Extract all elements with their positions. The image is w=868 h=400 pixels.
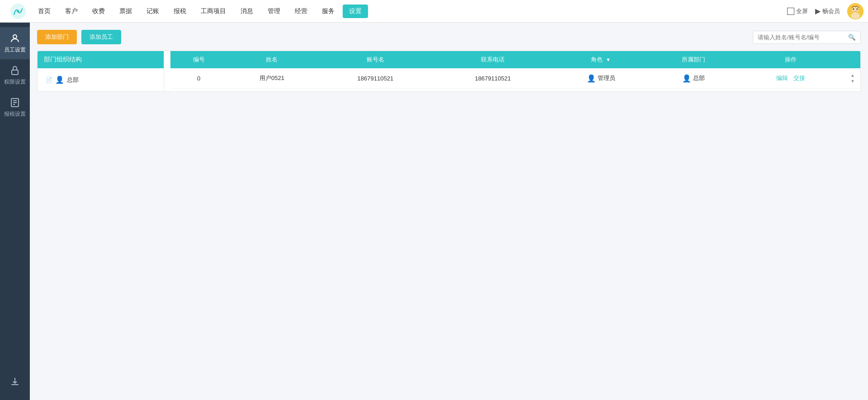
- search-icon: 🔍: [848, 34, 856, 41]
- svg-point-5: [853, 8, 854, 9]
- person-icon: [9, 33, 21, 44]
- nav-item-管理[interactable]: 管理: [261, 5, 287, 18]
- dept-panel: 部门组织结构 📄 👤 总部: [38, 51, 164, 91]
- cell-name: 用户0521: [227, 68, 316, 89]
- svg-point-7: [13, 35, 17, 38]
- nav-item-服务[interactable]: 服务: [316, 5, 341, 18]
- role-filter-icon[interactable]: ▼: [606, 57, 611, 62]
- sidebar-item-tax[interactable]: 报税设置: [0, 91, 30, 123]
- sidebar-label-tax: 报税设置: [4, 110, 26, 118]
- svg-point-4: [851, 13, 860, 19]
- file-icon: 📄: [46, 77, 52, 83]
- download-icon: [9, 376, 21, 387]
- col-header-id: 编号: [170, 51, 227, 68]
- sidebar-item-permission[interactable]: 权限设置: [0, 59, 30, 91]
- dept-panel-header: 部门组织结构: [38, 51, 164, 68]
- svg-rect-8: [12, 70, 18, 75]
- sidebar-item-employee[interactable]: 员工设置: [0, 27, 30, 59]
- nav-item-首页[interactable]: 首页: [32, 5, 57, 18]
- top-nav: 首页客户收费票据记账报税工商项目消息管理经营服务设置 全屏 ▶ 畅会员: [0, 0, 868, 23]
- search-input[interactable]: [753, 31, 844, 43]
- cell-actions: 编辑 交接: [736, 68, 845, 89]
- content-area: 部门组织结构 📄 👤 总部 编号 姓名 账号名: [37, 51, 861, 92]
- avatar[interactable]: [847, 3, 863, 19]
- nav-items: 首页客户收费票据记账报税工商项目消息管理经营服务设置: [32, 5, 787, 18]
- action-交接[interactable]: 交接: [793, 75, 805, 81]
- fullscreen-icon: [787, 8, 794, 15]
- vip-label: 畅会员: [822, 7, 840, 15]
- report-icon: [9, 97, 21, 108]
- emp-panel: 编号 姓名 账号名 联系电话 角色 ▼ 所属部门 操作: [170, 51, 860, 91]
- nav-item-客户[interactable]: 客户: [59, 5, 84, 18]
- sidebar-label-permission: 权限设置: [4, 78, 26, 86]
- dept-user-icon: 👤: [55, 75, 64, 84]
- logo[interactable]: [5, 3, 32, 19]
- cell-phone: 18679110521: [434, 68, 552, 89]
- col-header-action: 操作: [736, 51, 845, 68]
- sidebar-label-employee: 员工设置: [4, 46, 26, 54]
- col-header-role: 角色 ▼: [552, 51, 650, 68]
- nav-item-经营[interactable]: 经营: [288, 5, 314, 18]
- table-header-row: 编号 姓名 账号名 联系电话 角色 ▼ 所属部门 操作: [170, 51, 860, 68]
- dept-value: 总部: [693, 74, 705, 82]
- vip-button[interactable]: ▶ 畅会员: [815, 7, 840, 15]
- table-row: 0 用户0521 18679110521 18679110521 👤 管理员 👤…: [170, 68, 860, 89]
- search-button[interactable]: 🔍: [844, 31, 860, 43]
- cell-scroll: ▲ ▼: [845, 68, 860, 89]
- nav-item-设置[interactable]: 设置: [343, 5, 368, 18]
- cell-id: 0: [170, 68, 227, 89]
- cell-role: 👤 管理员: [552, 68, 650, 89]
- cell-account: 18679110521: [316, 68, 434, 89]
- sidebar: 员工设置 权限设置 报税设置: [0, 23, 30, 400]
- nav-item-消息[interactable]: 消息: [234, 5, 259, 18]
- nav-right: 全屏 ▶ 畅会员: [787, 3, 863, 19]
- role-icon: 👤: [587, 74, 596, 83]
- sidebar-bottom: [6, 370, 24, 400]
- search-bar: 🔍: [753, 31, 861, 44]
- dept-icon: 👤: [682, 74, 691, 83]
- nav-item-记账[interactable]: 记账: [140, 5, 165, 18]
- vip-icon: ▶: [815, 7, 821, 15]
- lock-icon: [9, 65, 21, 76]
- col-header-name: 姓名: [227, 51, 316, 68]
- add-dept-button[interactable]: 添加部门: [37, 30, 77, 44]
- svg-point-6: [857, 8, 858, 9]
- nav-item-票据[interactable]: 票据: [113, 5, 138, 18]
- role-value: 管理员: [598, 74, 615, 82]
- toolbar: 添加部门 添加员工 🔍: [37, 30, 861, 44]
- nav-item-报税[interactable]: 报税: [167, 5, 193, 18]
- nav-item-工商项目[interactable]: 工商项目: [194, 5, 232, 18]
- layout: 员工设置 权限设置 报税设置: [0, 23, 868, 400]
- col-header-account: 账号名: [316, 51, 434, 68]
- fullscreen-button[interactable]: 全屏: [787, 7, 808, 15]
- svg-rect-13: [11, 384, 19, 385]
- main-content: 添加部门 添加员工 🔍 部门组织结构 📄 👤 总部: [30, 23, 868, 400]
- emp-table: 编号 姓名 账号名 联系电话 角色 ▼ 所属部门 操作: [170, 51, 860, 89]
- dept-tree-item-root[interactable]: 📄 👤 总部: [42, 73, 159, 87]
- scroll-down-icon[interactable]: ▼: [850, 79, 855, 84]
- fullscreen-label: 全屏: [796, 7, 808, 15]
- col-header-dept: 所属部门: [650, 51, 736, 68]
- dept-name-root: 总部: [67, 76, 79, 84]
- cell-dept: 👤 总部: [650, 68, 736, 89]
- col-header-phone: 联系电话: [434, 51, 552, 68]
- col-header-scroll: [845, 51, 860, 68]
- scroll-up-icon[interactable]: ▲: [850, 73, 855, 78]
- sidebar-item-download[interactable]: [6, 370, 24, 393]
- nav-item-收费[interactable]: 收费: [86, 5, 111, 18]
- action-编辑[interactable]: 编辑: [776, 75, 788, 81]
- add-emp-button[interactable]: 添加员工: [81, 30, 121, 44]
- dept-tree: 📄 👤 总部: [38, 68, 164, 91]
- svg-point-1: [17, 10, 19, 12]
